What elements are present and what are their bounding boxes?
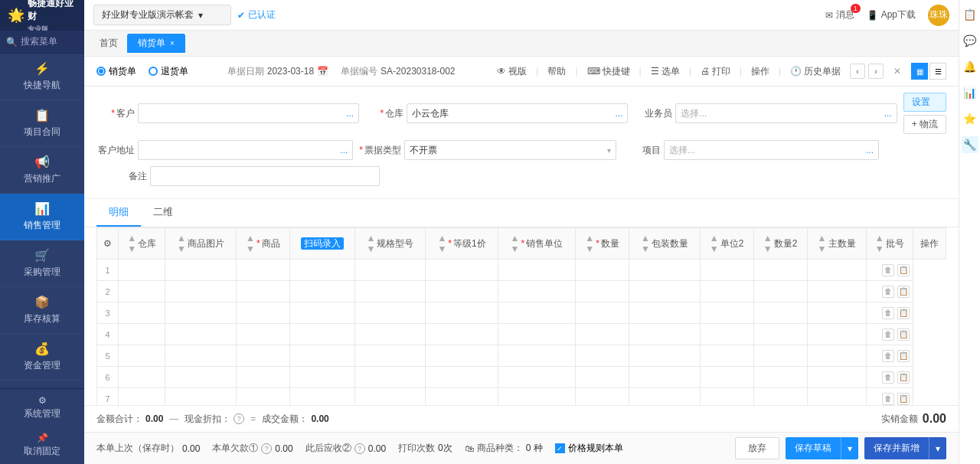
sidebar-item-sales[interactable]: 📊 销售管理 bbox=[0, 194, 84, 240]
row-delete-icon[interactable]: 🗑 bbox=[882, 371, 894, 384]
sort-image-icon[interactable]: ▲▼ bbox=[177, 233, 186, 254]
table-cell[interactable] bbox=[165, 260, 237, 281]
project-input[interactable]: 选择... ... bbox=[664, 140, 879, 160]
sidebar-search[interactable]: 🔍 搜索菜单 bbox=[0, 31, 84, 54]
price-rule-checkbox[interactable] bbox=[555, 443, 565, 453]
abandon-btn[interactable]: 放弃 bbox=[735, 437, 779, 459]
right-panel-icon-5[interactable]: ⭐ bbox=[962, 110, 978, 127]
table-cell[interactable] bbox=[498, 388, 575, 406]
notes-input[interactable] bbox=[150, 166, 380, 186]
table-cell[interactable] bbox=[753, 260, 807, 281]
table-cell[interactable] bbox=[236, 367, 289, 388]
project-dots[interactable]: ... bbox=[866, 145, 874, 155]
table-cell[interactable] bbox=[753, 388, 807, 406]
app-download-btn[interactable]: 📱 App下载 bbox=[867, 8, 916, 21]
table-cell[interactable] bbox=[576, 345, 629, 367]
table-cell[interactable] bbox=[119, 367, 165, 388]
table-cell[interactable] bbox=[165, 324, 237, 345]
operate-btn[interactable]: 操作 bbox=[748, 64, 773, 80]
table-cell[interactable] bbox=[753, 324, 807, 345]
warehouse-dots[interactable]: ... bbox=[615, 108, 622, 119]
table-cell[interactable] bbox=[498, 367, 575, 388]
add-logistics-btn[interactable]: + 物流 bbox=[903, 115, 946, 134]
save-draft-arrow-btn[interactable]: ▾ bbox=[841, 437, 858, 459]
row-copy-icon[interactable]: 📋 bbox=[897, 371, 910, 384]
table-cell[interactable] bbox=[498, 260, 575, 281]
tab-sales-order[interactable]: 销货单 × bbox=[127, 34, 185, 53]
table-cell[interactable] bbox=[629, 388, 701, 406]
table-cell[interactable] bbox=[426, 281, 498, 302]
prev-arrow[interactable]: ‹ bbox=[850, 64, 865, 79]
table-cell[interactable] bbox=[498, 281, 575, 302]
view-btn[interactable]: 👁 视版 bbox=[494, 64, 530, 80]
table-cell[interactable] bbox=[753, 281, 807, 302]
sort-qty-icon[interactable]: ▲▼ bbox=[585, 233, 594, 254]
table-cell[interactable] bbox=[700, 302, 753, 324]
table-cell[interactable] bbox=[426, 324, 498, 345]
tab-dimension[interactable]: 二维 bbox=[141, 199, 185, 227]
sidebar-item-project[interactable]: 📋 项目合同 bbox=[0, 100, 84, 147]
table-cell[interactable] bbox=[165, 367, 237, 388]
table-cell[interactable] bbox=[498, 345, 575, 367]
table-scroll[interactable]: ⚙ ▲▼ 仓库 ▲▼ 商品图片 bbox=[96, 227, 946, 405]
row-delete-icon[interactable]: 🗑 bbox=[882, 307, 894, 319]
table-cell[interactable] bbox=[289, 281, 354, 302]
table-cell[interactable] bbox=[576, 302, 629, 324]
sort-main-qty-icon[interactable]: ▲▼ bbox=[818, 233, 827, 254]
right-panel-icon-4[interactable]: 📊 bbox=[962, 84, 978, 101]
table-cell[interactable] bbox=[807, 367, 866, 388]
table-cell[interactable] bbox=[289, 324, 354, 345]
table-cell[interactable] bbox=[289, 345, 354, 367]
table-cell[interactable] bbox=[119, 324, 165, 345]
user-btn[interactable]: 珠珠 bbox=[928, 5, 949, 26]
sidebar-item-system[interactable]: ⚙ 系统管理 bbox=[0, 389, 84, 426]
table-cell[interactable] bbox=[498, 302, 575, 324]
table-cell[interactable] bbox=[426, 302, 498, 324]
radio-return[interactable]: 退货单 bbox=[149, 65, 188, 78]
radio-sale[interactable]: 销货单 bbox=[96, 65, 136, 78]
row-copy-icon[interactable]: 📋 bbox=[897, 286, 910, 298]
table-cell[interactable] bbox=[119, 260, 165, 281]
sort-unit-icon[interactable]: ▲▼ bbox=[511, 233, 520, 254]
customer-dots[interactable]: ... bbox=[346, 108, 354, 119]
table-cell[interactable] bbox=[426, 260, 498, 281]
grid-view-icon[interactable]: ▦ bbox=[911, 63, 928, 80]
print-btn[interactable]: 🖨 打印 bbox=[697, 64, 733, 80]
table-cell[interactable] bbox=[165, 281, 237, 302]
table-cell[interactable] bbox=[753, 367, 807, 388]
sort-qty2-icon[interactable]: ▲▼ bbox=[763, 233, 773, 254]
save-draft-btn[interactable]: 保存草稿 bbox=[786, 437, 841, 459]
table-cell[interactable] bbox=[236, 260, 289, 281]
row-copy-icon[interactable]: 📋 bbox=[897, 393, 910, 405]
row-copy-icon[interactable]: 📋 bbox=[897, 328, 910, 341]
right-panel-icon-6[interactable]: 🔧 bbox=[962, 136, 978, 153]
sidebar-item-quick[interactable]: ⚡ 快捷导航 bbox=[0, 54, 84, 100]
sort-spec-icon[interactable]: ▲▼ bbox=[367, 233, 376, 254]
row-copy-icon[interactable]: 📋 bbox=[897, 264, 910, 276]
table-cell[interactable] bbox=[629, 302, 701, 324]
sort-pack-qty-icon[interactable]: ▲▼ bbox=[641, 233, 650, 254]
table-cell[interactable] bbox=[119, 281, 165, 302]
table-cell[interactable] bbox=[700, 324, 753, 345]
row-delete-icon[interactable]: 🗑 bbox=[882, 286, 894, 298]
warehouse-input[interactable]: 小云仓库 ... bbox=[407, 103, 628, 123]
table-cell[interactable] bbox=[289, 388, 354, 406]
table-cell[interactable] bbox=[576, 281, 629, 302]
table-cell[interactable] bbox=[576, 388, 629, 406]
table-cell[interactable] bbox=[807, 281, 866, 302]
right-panel-icon-3[interactable]: 🔔 bbox=[962, 58, 978, 75]
table-cell[interactable] bbox=[165, 302, 237, 324]
table-cell[interactable] bbox=[426, 345, 498, 367]
select-btn[interactable]: ☰ 选单 bbox=[648, 64, 683, 80]
table-cell[interactable] bbox=[354, 302, 426, 324]
row-delete-icon[interactable]: 🗑 bbox=[882, 264, 894, 276]
row-copy-icon[interactable]: 📋 bbox=[897, 307, 910, 319]
table-cell[interactable] bbox=[119, 388, 165, 406]
table-cell[interactable] bbox=[700, 345, 753, 367]
col-settings[interactable]: ⚙ bbox=[97, 228, 119, 260]
table-cell[interactable] bbox=[354, 281, 426, 302]
shortcut-btn[interactable]: ⌨ 快捷键 bbox=[584, 64, 633, 80]
salesperson-dots[interactable]: ... bbox=[884, 108, 892, 119]
sidebar-item-purchase[interactable]: 🛒 采购管理 bbox=[0, 240, 84, 287]
table-cell[interactable] bbox=[700, 281, 753, 302]
